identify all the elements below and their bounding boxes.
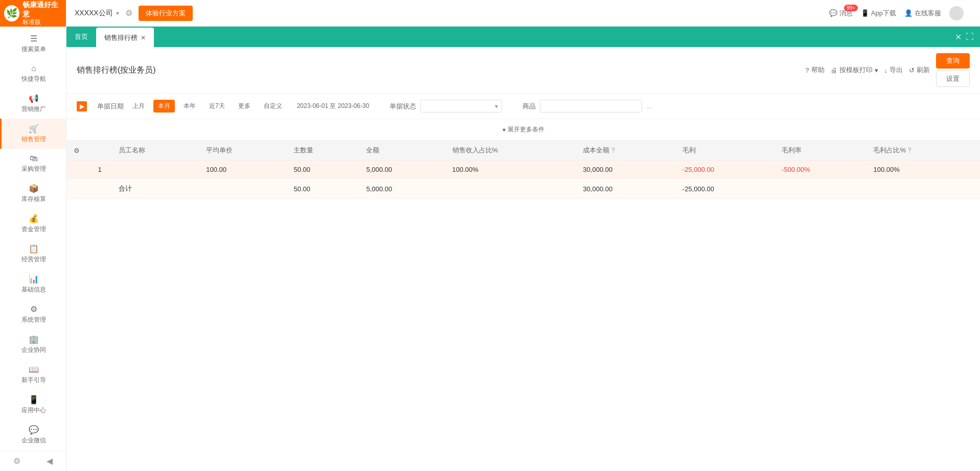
sidebar-icon: 📢 (29, 94, 39, 103)
row-cost-total-cell: 30,000.00 (577, 161, 676, 179)
date-filter-section: 单据日期 上月 本月 本年 近7天 更多 自定义 (97, 100, 287, 113)
date-range-display: 2023-06-01 至 2023-06-30 (297, 102, 369, 110)
sidebar-item-新手引导[interactable]: 📖新手引导 (0, 360, 66, 390)
sidebar-item-label: 资金管理 (21, 225, 46, 234)
table-footer: 合计 50.00 5,000.00 30,000.00 -25,000.00 (66, 179, 980, 199)
footer-label-cell: 合计 (112, 179, 200, 199)
expand-icon: ▾ (503, 126, 506, 133)
tab-close-icon[interactable]: ✕ (141, 34, 146, 41)
tab-close-all-icon[interactable]: ✕ (955, 32, 962, 42)
date-btn-this-month[interactable]: 本月 (153, 100, 175, 113)
date-btn-last-month[interactable]: 上月 (128, 100, 149, 113)
sidebar-item-label: 快捷导航 (21, 75, 46, 83)
online-service-button[interactable]: 👤 在线客服 (904, 9, 941, 18)
goods-input[interactable] (540, 100, 642, 113)
sidebar-item-库存核算[interactable]: 📦库存核算 (0, 178, 66, 209)
sidebar-bottom: ⚙ ◀ (0, 451, 66, 471)
help-button[interactable]: ? 帮助 (805, 65, 824, 75)
company-selector[interactable]: XXXXX公司 ▾ (75, 9, 119, 18)
table-row: 1 100.00 50.00 5,000.00 100.00% 30,000.0… (66, 161, 980, 179)
date-btn-this-year[interactable]: 本年 (179, 100, 200, 113)
topbar-right: 💬 消息 99+ 📱 App下载 👤 在线客服 (829, 6, 972, 20)
tabbar: 首页 销售排行榜 ✕ ✕ ⛶ (66, 27, 980, 47)
page-actions: ? 帮助 🖨 按模板打印 ▾ ↓ 导出 ↺ 刷新 (805, 53, 970, 87)
date-btn-more[interactable]: 更多 (234, 100, 255, 113)
more-filters-btn[interactable]: ... (646, 103, 651, 110)
status-select[interactable] (420, 100, 502, 113)
footer-rank-cell (87, 179, 112, 199)
date-filter-label: 单据日期 (97, 102, 124, 111)
status-filter-label: 单据状态 (390, 102, 416, 111)
row-gross-rate-cell: -500.00% (776, 161, 867, 179)
gross-pct-help-icon[interactable]: ? (908, 147, 911, 154)
expand-conditions-button[interactable]: ▾ 展开更多条件 (498, 123, 549, 136)
sidebar-item-label: 基础信息 (21, 285, 46, 294)
col-gross-rate: 毛利率 (776, 141, 867, 161)
logo-icon: 🌿 (4, 5, 19, 21)
date-btn-custom[interactable]: 自定义 (259, 100, 287, 113)
row-settings-cell (66, 161, 87, 179)
page-header: 销售排行榜(按业务员) ? 帮助 🖨 按模板打印 ▾ ↓ 导出 (66, 47, 980, 94)
sidebar-icon: 📖 (29, 365, 39, 374)
sidebar-item-资金管理[interactable]: 💰资金管理 (0, 209, 66, 239)
sidebar-item-经营管理[interactable]: 📋经营管理 (0, 239, 66, 269)
print-icon: 🖨 (831, 66, 837, 74)
refresh-button[interactable]: ↺ 刷新 (909, 65, 930, 75)
sidebar-item-企业协同[interactable]: 🏢企业协同 (0, 329, 66, 360)
tab-home[interactable]: 首页 (66, 27, 96, 47)
sidebar-item-快捷导航[interactable]: ⌂快捷导航 (0, 59, 66, 88)
company-name: XXXXX公司 (75, 9, 113, 18)
message-button[interactable]: 💬 消息 99+ (829, 9, 853, 18)
sidebar-icon: 💰 (29, 214, 39, 223)
template-print-button[interactable]: 🖨 按模板打印 ▾ (831, 65, 878, 75)
footer-cost-total-cell: 30,000.00 (577, 179, 676, 199)
row-gross-cell: -25,000.00 (676, 161, 776, 179)
topbar-settings-icon[interactable]: ⚙ (125, 8, 132, 18)
footer-main-qty-cell: 50.00 (287, 179, 360, 199)
settings-button[interactable]: 设置 (936, 71, 970, 87)
sidebar-item-搜索菜单[interactable]: ☰搜索菜单 (0, 29, 66, 59)
sidebar-item-label: 采购管理 (21, 165, 46, 173)
sidebar-item-营销推广[interactable]: 📢营销推广 (0, 88, 66, 119)
app-download-button[interactable]: 📱 App下载 (861, 9, 896, 18)
export-button[interactable]: ↓ 导出 (884, 65, 903, 75)
expand-conditions-bar: ▾ 展开更多条件 (66, 119, 980, 141)
sidebar-icon: 📱 (29, 395, 39, 405)
topbar: XXXXX公司 ▾ ⚙ 体验行业方案 💬 消息 99+ 📱 App下载 👤 在线… (66, 0, 980, 27)
sidebar-item-系统管理[interactable]: ⚙系统管理 (0, 299, 66, 329)
trial-button[interactable]: 体验行业方案 (139, 6, 193, 21)
filter-bar: ▶ 单据日期 上月 本月 本年 近7天 更多 自定义 2023-06-01 至 … (66, 94, 980, 119)
tab-sales-rank[interactable]: 销售排行榜 ✕ (96, 28, 154, 48)
goods-filter-section: 商品 ... (522, 100, 651, 113)
sidebar-item-企业微信[interactable]: 💬企业微信 (0, 420, 66, 450)
page-wrapper: 销售排行榜(按业务员) ? 帮助 🖨 按模板打印 ▾ ↓ 导出 (66, 47, 980, 471)
logo-text: 畅康通好生意 标准版 (22, 0, 62, 27)
sidebar-icon: 🛒 (29, 124, 39, 133)
sidebar-settings-icon[interactable]: ⚙ (13, 456, 20, 466)
sidebar-icon: 📦 (29, 184, 39, 193)
col-settings[interactable]: ⚙ (66, 141, 87, 161)
filter-toggle-icon[interactable]: ▶ (77, 101, 87, 111)
sidebar-item-应用中心[interactable]: 📱应用中心 (0, 390, 66, 420)
cost-help-icon[interactable]: ? (611, 147, 615, 154)
app-icon: 📱 (861, 9, 869, 17)
sidebar-item-基础信息[interactable]: 📊基础信息 (0, 269, 66, 299)
sidebar-item-label: 销售管理 (21, 135, 46, 144)
sidebar-item-label: 系统管理 (21, 316, 46, 324)
sidebar-icon: ☰ (30, 34, 37, 43)
footer-settings-cell (66, 179, 87, 199)
sidebar-item-销售管理[interactable]: 🛒销售管理 (0, 119, 66, 149)
message-badge: 99+ (844, 5, 858, 11)
service-icon: 👤 (904, 9, 913, 17)
row-sales-pct-cell: 100.00% (446, 161, 577, 179)
col-avg-price: 平均单价 (200, 141, 287, 161)
tab-home-label: 首页 (75, 32, 88, 41)
tab-restore-icon[interactable]: ⛶ (966, 32, 974, 41)
col-gross: 毛利 (676, 141, 776, 161)
sidebar-collapse-icon[interactable]: ◀ (47, 456, 53, 466)
user-avatar[interactable] (949, 6, 964, 20)
query-button[interactable]: 查询 (936, 53, 970, 69)
col-main-qty: 主数量 (287, 141, 360, 161)
date-btn-7days[interactable]: 近7天 (204, 100, 230, 113)
sidebar-item-采购管理[interactable]: 🛍采购管理 (0, 149, 66, 178)
